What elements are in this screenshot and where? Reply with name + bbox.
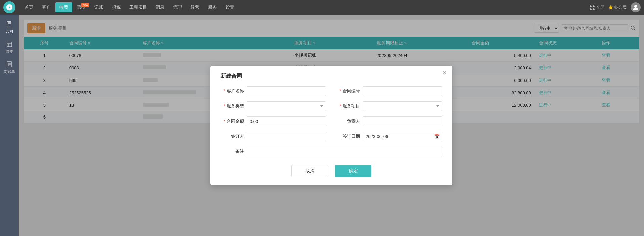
vip-button[interactable]: 畅会员 [608,5,627,10]
sidebar-item-contract[interactable]: 合同 [1,18,18,37]
nav-service[interactable]: 服务 [204,2,221,12]
sidebar-item-billing[interactable]: 收费 [1,38,18,57]
select-service-type[interactable] [247,101,326,111]
label-service-item: 服务项目 [336,103,360,109]
svg-rect-2 [590,8,592,10]
nav-customer[interactable]: 客户 [38,2,55,12]
svg-marker-4 [609,5,613,9]
input-signer[interactable] [247,132,326,141]
form-row-signer: 签订人 [220,132,326,141]
sidebar: 合同 收费 对账单 [0,15,19,236]
label-contract-amount: 合同金额 [220,118,244,124]
modal-overlay: ✕ 新建合同 客户名称 合同编号 服务类型 [19,15,644,236]
form-row-responsible: 负责人 [336,116,442,126]
nav-billing[interactable]: 收费 [55,2,72,12]
fullscreen-label: 全屏 [596,5,604,10]
select-service-item[interactable] [363,101,442,111]
new-contract-modal: ✕ 新建合同 客户名称 合同编号 服务类型 [210,66,452,185]
nav-right-actions: 全屏 畅会员 [590,2,641,12]
top-navigation: 首页 客户 收费 票据 new 记账 报税 工商项目 消息 管理 经营 服务 设… [0,0,644,15]
modal-form: 客户名称 合同编号 服务类型 服务项目 [220,86,442,156]
main-layout: 合同 收费 对账单 新增 服务项目 进行中 已完成 已终止 [0,15,644,236]
svg-rect-0 [590,5,592,7]
svg-rect-10 [7,42,12,47]
label-contract-no: 合同编号 [336,88,360,94]
nav-operation[interactable]: 经营 [187,2,203,12]
app-logo[interactable] [3,1,15,13]
user-avatar[interactable] [631,2,641,12]
input-customer-name[interactable] [247,86,326,96]
fullscreen-button[interactable]: 全屏 [590,5,604,10]
vip-label: 畅会员 [614,5,627,10]
new-badge: new [81,3,89,7]
svg-rect-6 [7,21,11,27]
nav-invoice[interactable]: 票据 new [73,2,90,12]
nav-tax[interactable]: 报税 [108,2,125,12]
form-row-sign-date: 签订日期 📅 [336,132,442,141]
cancel-button[interactable]: 取消 [291,165,328,177]
svg-rect-1 [593,5,595,7]
input-contract-amount[interactable] [247,116,326,126]
form-row-service-type: 服务类型 [220,101,326,111]
nav-settings[interactable]: 设置 [222,2,238,12]
label-responsible: 负责人 [336,118,360,124]
label-sign-date: 签订日期 [336,133,360,139]
form-row-notes: 备注 [220,147,442,156]
label-notes: 备注 [220,148,244,154]
nav-home[interactable]: 首页 [21,2,37,12]
form-row-contract-no: 合同编号 [336,86,442,96]
form-row-service-item: 服务项目 [336,101,442,111]
input-contract-no[interactable] [363,86,442,96]
date-input-wrapper: 📅 [363,132,442,141]
label-signer: 签订人 [220,133,244,139]
form-row-customer: 客户名称 [220,86,326,96]
input-notes[interactable] [247,147,442,156]
input-responsible[interactable] [363,116,442,126]
nav-manage[interactable]: 管理 [169,2,186,12]
label-service-type: 服务类型 [220,103,244,109]
sidebar-label-billing: 收费 [6,49,13,54]
nav-menu: 首页 客户 收费 票据 new 记账 报税 工商项目 消息 管理 经营 服务 设… [21,2,590,12]
content-area: 新增 服务项目 进行中 已完成 已终止 [19,15,644,236]
calendar-icon[interactable]: 📅 [434,134,440,139]
form-row-amount: 合同金额 [220,116,326,126]
modal-close-button[interactable]: ✕ [442,70,447,76]
nav-business[interactable]: 工商项目 [125,2,151,12]
modal-title: 新建合同 [220,73,442,80]
sidebar-label-contract: 合同 [6,29,13,34]
svg-rect-3 [593,8,595,10]
sidebar-item-statement[interactable]: 对账单 [1,58,18,77]
modal-footer: 取消 确定 [220,165,442,177]
confirm-button[interactable]: 确定 [335,165,371,177]
label-customer-name: 客户名称 [220,88,244,94]
sidebar-label-statement: 对账单 [4,69,15,74]
nav-bookkeeping[interactable]: 记账 [90,2,107,12]
svg-point-5 [634,5,637,8]
input-sign-date[interactable] [363,132,442,141]
nav-message[interactable]: 消息 [152,2,168,12]
